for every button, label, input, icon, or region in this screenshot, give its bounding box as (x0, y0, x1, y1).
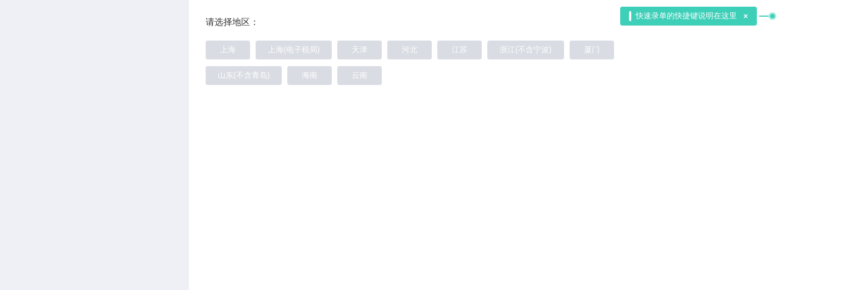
region-btn-1[interactable]: 上海(电子税局) (256, 41, 332, 59)
region-row-1: 上海上海(电子税局)天津河北江苏浙江(不含宁波)厦门 (206, 41, 851, 59)
region-btn-5[interactable]: 浙江(不含宁波) (487, 41, 563, 59)
region-row-2: 山东(不含青岛)海南云南 (206, 66, 851, 85)
tooltip-close-button[interactable]: × (744, 12, 748, 21)
region-btn-4[interactable]: 江苏 (437, 41, 482, 59)
region-btn-6[interactable]: 厦门 (570, 41, 614, 59)
tooltip-text: 快速录单的快捷键说明在这里 (636, 11, 737, 21)
region-btn-row2-2[interactable]: 云南 (337, 66, 382, 85)
region-btn-2[interactable]: 天津 (337, 41, 382, 59)
tooltip-banner: 快速录单的快捷键说明在这里 × (620, 7, 757, 26)
region-btn-row2-1[interactable]: 海南 (287, 66, 332, 85)
main-content: 请选择地区： 上海上海(电子税局)天津河北江苏浙江(不含宁波)厦门 山东(不含青… (189, 0, 868, 290)
tooltip-connector-dot (769, 12, 776, 20)
region-btn-row2-0[interactable]: 山东(不含青岛) (206, 66, 282, 85)
region-btn-0[interactable]: 上海 (206, 41, 250, 59)
region-btn-3[interactable]: 河北 (387, 41, 432, 59)
tooltip-bar (629, 11, 631, 21)
sidebar (0, 0, 189, 290)
